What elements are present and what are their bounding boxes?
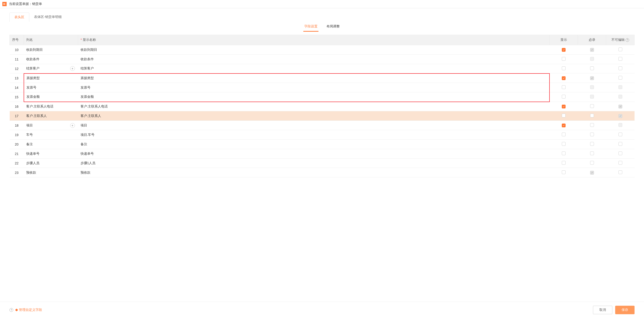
row-required-cell bbox=[578, 158, 606, 168]
row-column-name: 快递单号 bbox=[24, 149, 78, 158]
visible-checkbox[interactable] bbox=[562, 57, 566, 61]
readonly-checkbox[interactable] bbox=[618, 152, 622, 155]
row-visible-cell bbox=[550, 111, 578, 121]
row-seq: 18 bbox=[10, 121, 24, 130]
secondary-tab-1[interactable]: 布局调整 bbox=[326, 22, 341, 32]
row-seq: 14 bbox=[10, 83, 24, 92]
required-checkbox[interactable] bbox=[590, 142, 594, 146]
row-column-name: 收款条件 bbox=[24, 54, 78, 64]
col-header-required: 必录 bbox=[578, 35, 606, 45]
row-display-name[interactable]: 收款条件 bbox=[78, 54, 550, 64]
readonly-checkbox[interactable] bbox=[618, 132, 622, 136]
row-display-name[interactable]: 结算客户 bbox=[78, 64, 550, 74]
required-checkbox[interactable] bbox=[590, 114, 594, 118]
row-display-name[interactable]: 发票号 bbox=[78, 83, 550, 92]
visible-checkbox[interactable] bbox=[562, 105, 566, 108]
row-display-name[interactable]: 票据类型 bbox=[78, 74, 550, 83]
row-display-name[interactable]: 步骤1人员 bbox=[78, 158, 550, 168]
collapse-toggle-button[interactable] bbox=[2, 2, 6, 6]
primary-tab-1[interactable]: 表体区-销货单明细 bbox=[29, 12, 66, 22]
required-checkbox bbox=[590, 48, 594, 52]
readonly-checkbox[interactable] bbox=[618, 170, 622, 174]
primary-tab-0[interactable]: 表头区 bbox=[10, 12, 29, 22]
col-header-seq: 序号 bbox=[10, 35, 24, 45]
required-checkbox[interactable] bbox=[590, 123, 594, 127]
row-readonly-cell bbox=[606, 130, 634, 140]
row-column-name: 车号 bbox=[24, 130, 78, 140]
visible-checkbox[interactable] bbox=[562, 152, 566, 155]
readonly-checkbox[interactable] bbox=[618, 142, 622, 146]
add-field-button[interactable]: + bbox=[70, 66, 75, 71]
table-row: 22步骤人员步骤1人员 bbox=[10, 158, 634, 168]
readonly-checkbox[interactable] bbox=[618, 48, 622, 51]
required-checkbox[interactable] bbox=[590, 132, 594, 136]
row-readonly-cell bbox=[606, 158, 634, 168]
visible-checkbox[interactable] bbox=[562, 85, 566, 89]
row-required-cell bbox=[578, 111, 606, 121]
row-visible-cell bbox=[550, 130, 578, 140]
row-seq: 12 bbox=[10, 64, 24, 74]
row-visible-cell bbox=[550, 140, 578, 149]
required-checkbox bbox=[590, 171, 594, 174]
row-column-name-text: 收款到期日 bbox=[26, 48, 43, 52]
readonly-checkbox[interactable] bbox=[618, 57, 622, 61]
top-bar: 当前设置单据：销货单 bbox=[0, 0, 644, 8]
row-display-name[interactable]: 项目.车号 bbox=[78, 130, 550, 140]
row-column-name-text: 车号 bbox=[26, 133, 33, 136]
row-display-name[interactable]: 发票金额 bbox=[78, 92, 550, 102]
visible-checkbox[interactable] bbox=[562, 95, 566, 98]
row-column-name-text: 票据类型 bbox=[26, 76, 40, 80]
row-seq: 20 bbox=[10, 140, 24, 149]
readonly-checkbox[interactable] bbox=[618, 161, 622, 165]
row-required-cell bbox=[578, 102, 606, 111]
row-column-name: 步骤人员 bbox=[24, 158, 78, 168]
row-column-name: 结算客户+ bbox=[24, 64, 78, 74]
row-display-name[interactable]: 客户.主联系人 bbox=[78, 111, 550, 121]
row-readonly-cell bbox=[606, 102, 634, 111]
visible-checkbox[interactable] bbox=[562, 124, 566, 127]
required-checkbox[interactable] bbox=[590, 66, 594, 70]
row-display-name[interactable]: 收款到期日 bbox=[78, 45, 550, 54]
row-seq: 23 bbox=[10, 168, 24, 178]
row-display-name[interactable]: 快递单号 bbox=[78, 149, 550, 158]
secondary-tab-0[interactable]: 字段设置 bbox=[303, 22, 318, 32]
row-column-name: 票据类型 bbox=[24, 74, 78, 83]
row-readonly-cell bbox=[606, 45, 634, 54]
row-display-name[interactable]: 客户.主联系人电话 bbox=[78, 102, 550, 111]
row-column-name-text: 项目 bbox=[26, 123, 33, 127]
row-column-name: 备注 bbox=[24, 140, 78, 149]
add-field-button[interactable]: + bbox=[70, 123, 75, 128]
visible-checkbox[interactable] bbox=[562, 48, 566, 52]
row-visible-cell bbox=[550, 74, 578, 83]
col-header-visible: 显示 bbox=[550, 35, 578, 45]
help-icon[interactable]: ? bbox=[626, 38, 629, 42]
table-row: 18项目+项目 bbox=[10, 121, 634, 130]
visible-checkbox[interactable] bbox=[562, 142, 566, 146]
row-seq: 13 bbox=[10, 74, 24, 83]
required-checkbox bbox=[590, 85, 594, 89]
required-checkbox[interactable] bbox=[590, 152, 594, 155]
row-seq: 21 bbox=[10, 149, 24, 158]
visible-checkbox[interactable] bbox=[562, 170, 566, 174]
row-display-name[interactable]: 预收款 bbox=[78, 168, 550, 178]
row-display-name[interactable]: 项目 bbox=[78, 121, 550, 130]
table-row: 15发票金额发票金额 bbox=[10, 92, 634, 102]
required-checkbox bbox=[590, 57, 594, 61]
col-header-display-text: 显示名称 bbox=[83, 38, 96, 42]
visible-checkbox[interactable] bbox=[562, 132, 566, 136]
row-readonly-cell bbox=[606, 149, 634, 158]
readonly-checkbox[interactable] bbox=[618, 76, 622, 80]
visible-checkbox[interactable] bbox=[562, 114, 566, 118]
readonly-checkbox[interactable] bbox=[618, 66, 622, 70]
visible-checkbox[interactable] bbox=[562, 161, 566, 165]
required-checkbox[interactable] bbox=[590, 161, 594, 165]
required-checkbox[interactable] bbox=[590, 104, 594, 108]
visible-checkbox[interactable] bbox=[562, 76, 566, 80]
table-row: 17客户.主联系人客户.主联系人 bbox=[10, 111, 634, 121]
visible-checkbox[interactable] bbox=[562, 66, 566, 70]
row-display-name[interactable]: 备注 bbox=[78, 140, 550, 149]
row-required-cell bbox=[578, 121, 606, 130]
row-column-name: 收款到期日 bbox=[24, 45, 78, 54]
row-visible-cell bbox=[550, 83, 578, 92]
row-seq: 17 bbox=[10, 111, 24, 121]
